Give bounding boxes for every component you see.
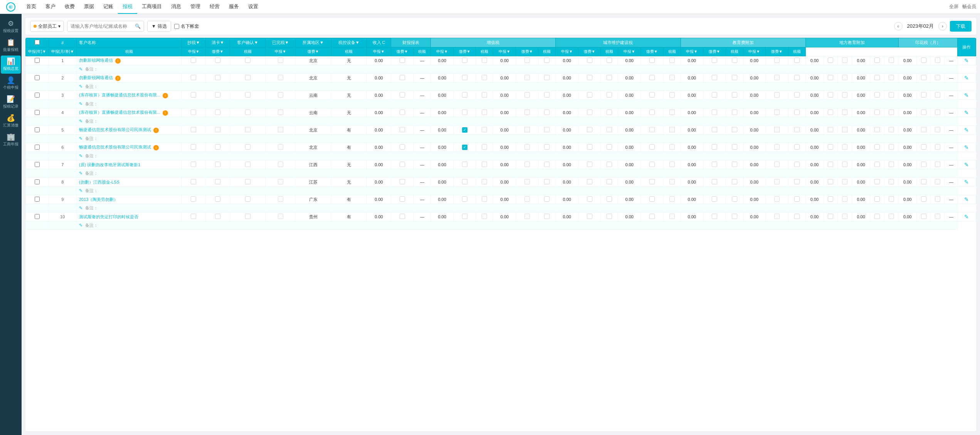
df-report2-checkbox[interactable] bbox=[874, 57, 880, 63]
nav-business[interactable]: 工商项目 bbox=[137, 0, 166, 14]
df-pay-checkbox[interactable] bbox=[842, 196, 847, 202]
zz-pay2-checkbox[interactable] bbox=[544, 75, 550, 80]
caibao-year-checkbox[interactable] bbox=[400, 110, 405, 115]
yh-report-checkbox[interactable] bbox=[921, 110, 926, 115]
jy-pay2-checkbox[interactable] bbox=[794, 214, 800, 219]
jy-report2-checkbox[interactable] bbox=[774, 179, 780, 184]
row-checkbox[interactable] bbox=[35, 162, 40, 167]
cw-report-checkbox[interactable] bbox=[587, 179, 592, 184]
jy-report2-checkbox[interactable] bbox=[774, 57, 780, 63]
search-icon[interactable]: 🔍 bbox=[135, 24, 141, 29]
cw-report2-checkbox[interactable] bbox=[649, 92, 655, 98]
cw-pay-checkbox[interactable] bbox=[607, 196, 612, 202]
caibao-year-checkbox[interactable] bbox=[400, 179, 405, 184]
caibao-year-checkbox[interactable] bbox=[400, 127, 405, 132]
row-checkbox[interactable] bbox=[35, 197, 40, 202]
cw-report2-checkbox[interactable] bbox=[649, 57, 655, 63]
chaosui-checkbox[interactable] bbox=[191, 127, 196, 132]
qingka-checkbox[interactable] bbox=[215, 92, 220, 98]
unchecked-checkbox[interactable] bbox=[462, 196, 467, 202]
unchecked-checkbox[interactable] bbox=[462, 92, 467, 98]
paid-checkbox[interactable] bbox=[278, 179, 283, 184]
yh-pay-checkbox[interactable] bbox=[935, 196, 940, 202]
zz-pay-checkbox[interactable] bbox=[482, 196, 487, 202]
caibao-year-checkbox[interactable] bbox=[400, 196, 405, 202]
paid-checkbox[interactable] bbox=[278, 127, 283, 132]
unchecked-checkbox[interactable] bbox=[462, 110, 467, 115]
jy-report2-checkbox[interactable] bbox=[774, 144, 780, 150]
zz-pay-checkbox[interactable] bbox=[482, 144, 487, 150]
jy-pay-checkbox[interactable] bbox=[732, 110, 737, 115]
df-pay2-checkbox[interactable] bbox=[889, 162, 894, 167]
cw-report-checkbox[interactable] bbox=[587, 110, 592, 115]
confirm-checkbox[interactable] bbox=[245, 92, 250, 98]
cw-pay2-checkbox[interactable] bbox=[669, 127, 675, 132]
cw-report2-checkbox[interactable] bbox=[649, 110, 655, 115]
df-pay2-checkbox[interactable] bbox=[889, 196, 894, 202]
cw-pay2-checkbox[interactable] bbox=[669, 57, 675, 63]
cw-report-checkbox[interactable] bbox=[587, 57, 592, 63]
edit-button[interactable]: ✎ bbox=[964, 57, 969, 64]
cw-pay-checkbox[interactable] bbox=[607, 179, 612, 184]
cw-pay2-checkbox[interactable] bbox=[669, 110, 675, 115]
row-checkbox[interactable] bbox=[35, 110, 40, 115]
sidebar-item-tax-record[interactable]: 📝 报税记录 bbox=[1, 93, 21, 111]
jy-pay-checkbox[interactable] bbox=[732, 92, 737, 98]
cw-report-checkbox[interactable] bbox=[587, 127, 592, 132]
zz-pay-checkbox[interactable] bbox=[482, 110, 487, 115]
jy-report-checkbox[interactable] bbox=[712, 144, 717, 150]
paid-checkbox[interactable] bbox=[278, 92, 283, 98]
zz-pay-checkbox[interactable] bbox=[482, 179, 487, 184]
filter-button[interactable]: ▼ 筛选 bbox=[147, 21, 171, 32]
chaosui-checkbox[interactable] bbox=[191, 144, 196, 150]
yh-report-checkbox[interactable] bbox=[921, 144, 926, 150]
yh-report-checkbox[interactable] bbox=[921, 92, 926, 98]
chaosui-checkbox[interactable] bbox=[191, 57, 196, 63]
caibao-year-checkbox[interactable] bbox=[400, 144, 405, 150]
paid-checkbox[interactable] bbox=[278, 162, 283, 167]
checked-checkbox[interactable]: ✓ bbox=[462, 127, 467, 133]
cw-pay2-checkbox[interactable] bbox=[669, 214, 675, 219]
caibao-year-checkbox[interactable] bbox=[400, 214, 405, 219]
jy-pay-checkbox[interactable] bbox=[732, 162, 737, 167]
client-name-text[interactable]: (库存核算）直播畅捷通信息技术股份有限... bbox=[79, 93, 160, 97]
df-report2-checkbox[interactable] bbox=[874, 144, 880, 150]
client-name-text[interactable]: 2013（陶美劳勿删） bbox=[79, 197, 118, 202]
caibao-year-checkbox[interactable] bbox=[400, 75, 405, 80]
cw-pay-checkbox[interactable] bbox=[607, 162, 612, 167]
qingka-checkbox[interactable] bbox=[215, 110, 220, 115]
jy-pay-checkbox[interactable] bbox=[732, 144, 737, 150]
row-checkbox[interactable] bbox=[35, 179, 40, 184]
confirm-checkbox[interactable] bbox=[245, 196, 250, 202]
confirm-checkbox[interactable] bbox=[245, 179, 250, 184]
yh-pay-checkbox[interactable] bbox=[935, 127, 940, 132]
account-checkbox[interactable] bbox=[174, 24, 179, 29]
paid-checkbox[interactable] bbox=[278, 214, 283, 219]
caibao-year-checkbox[interactable] bbox=[400, 162, 405, 167]
zz-report2-checkbox[interactable] bbox=[524, 179, 530, 184]
row-checkbox[interactable] bbox=[35, 58, 40, 63]
confirm-checkbox[interactable] bbox=[245, 214, 250, 219]
chaosui-checkbox[interactable] bbox=[191, 92, 196, 98]
yh-report-checkbox[interactable] bbox=[921, 127, 926, 132]
confirm-checkbox[interactable] bbox=[245, 110, 250, 115]
zz-pay2-checkbox[interactable] bbox=[544, 144, 550, 150]
jy-report2-checkbox[interactable] bbox=[774, 214, 780, 219]
jy-pay2-checkbox[interactable] bbox=[794, 144, 800, 150]
client-name-text[interactable]: 勿删新锐网络通信 bbox=[79, 75, 113, 80]
yh-pay-checkbox[interactable] bbox=[935, 144, 940, 150]
df-report2-checkbox[interactable] bbox=[874, 214, 880, 219]
edit-button[interactable]: ✎ bbox=[964, 162, 969, 168]
qingka-checkbox[interactable] bbox=[215, 144, 220, 150]
df-pay-checkbox[interactable] bbox=[842, 57, 847, 63]
paid-checkbox[interactable] bbox=[278, 75, 283, 80]
confirm-checkbox[interactable] bbox=[245, 75, 250, 80]
df-report2-checkbox[interactable] bbox=[874, 75, 880, 80]
edit-button[interactable]: ✎ bbox=[964, 214, 969, 220]
df-pay-checkbox[interactable] bbox=[842, 92, 847, 98]
checked-checkbox[interactable]: ✓ bbox=[462, 145, 467, 150]
cw-report2-checkbox[interactable] bbox=[649, 179, 655, 184]
cw-pay-checkbox[interactable] bbox=[607, 127, 612, 132]
zz-report2-checkbox[interactable] bbox=[524, 75, 530, 80]
nav-service[interactable]: 服务 bbox=[224, 0, 244, 14]
